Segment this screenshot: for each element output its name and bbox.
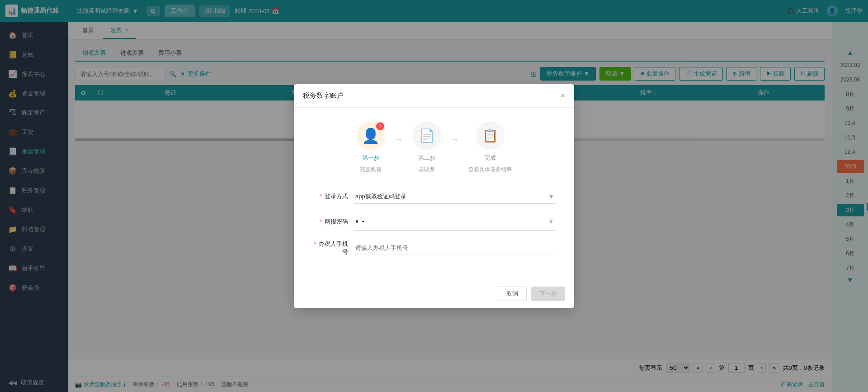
- login-method-dropdown-icon: ▼: [548, 193, 554, 200]
- step-3-icon: 📋: [482, 128, 498, 143]
- phone-row: * 办税人手机号: [312, 240, 556, 256]
- step-3: 📋 完成 查看具体任务结果: [468, 121, 512, 173]
- step-1-icon: 👤: [362, 127, 380, 144]
- step-1-desc: 完善账密: [360, 166, 382, 173]
- modal-title: 税务数字账户: [303, 91, 344, 100]
- cancel-button[interactable]: 取消: [498, 287, 527, 301]
- eye-icon[interactable]: 👁: [548, 218, 554, 225]
- password-field-wrap: • 👁: [354, 213, 556, 231]
- modal-form: * 登录方式 app获取验证码登录 ▼ * 网报密码 •: [312, 190, 556, 256]
- password-input[interactable]: [360, 215, 548, 228]
- step-3-label: 完成: [484, 154, 496, 162]
- step-3-circle: 📋: [476, 121, 505, 150]
- login-method-value: app获取验证码登录: [355, 192, 548, 201]
- step-1-circle: 👤 !: [356, 121, 385, 150]
- steps-container: 👤 ! 第一步 完善账密 → 📄 第二步 去取票: [312, 121, 556, 173]
- step-1-badge: !: [376, 122, 384, 130]
- modal-overlay[interactable]: 税务数字账户 × 👤 ! 第一步 完善账密 →: [0, 0, 868, 392]
- modal-footer: 取消 下一步: [294, 279, 574, 308]
- step-2: 📄 第二步 去取票: [412, 121, 441, 173]
- phone-label: * 办税人手机号: [312, 240, 348, 256]
- login-method-label: * 登录方式: [312, 192, 348, 201]
- step-1-label: 第一步: [362, 154, 380, 162]
- login-method-row: * 登录方式 app获取验证码登录 ▼: [312, 190, 556, 204]
- step-2-circle: 📄: [412, 121, 441, 150]
- step-2-label: 第二步: [418, 154, 436, 162]
- step-2-icon: 📄: [419, 128, 435, 143]
- next-button[interactable]: 下一步: [531, 287, 565, 301]
- password-row: * 网报密码 • 👁: [312, 213, 556, 231]
- phone-input[interactable]: [354, 242, 556, 254]
- modal-close-button[interactable]: ×: [560, 91, 565, 100]
- step-arrow-1: →: [394, 134, 403, 144]
- step-1: 👤 ! 第一步 完善账密: [356, 121, 385, 173]
- step-arrow-2: →: [450, 134, 459, 144]
- step-2-desc: 去取票: [419, 166, 435, 173]
- password-label: * 网报密码: [312, 218, 348, 226]
- modal-body: 👤 ! 第一步 完善账密 → 📄 第二步 去取票: [294, 108, 574, 279]
- password-dot: •: [355, 216, 359, 227]
- step-3-desc: 查看具体任务结果: [468, 166, 512, 173]
- tax-account-modal: 税务数字账户 × 👤 ! 第一步 完善账密 →: [294, 84, 574, 308]
- login-method-select[interactable]: app获取验证码登录 ▼: [354, 190, 556, 204]
- modal-header: 税务数字账户 ×: [294, 84, 574, 108]
